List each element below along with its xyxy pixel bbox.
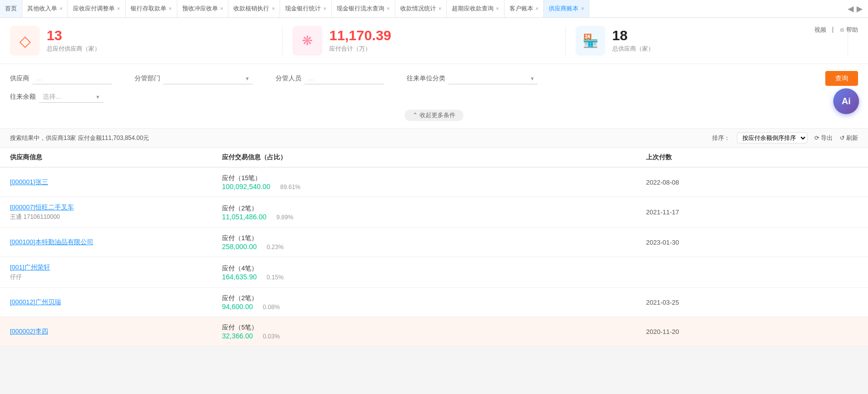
- nav-item-vendor-book[interactable]: 供应商账本×: [544, 0, 589, 17]
- stat-info-1: 13 总应付供应商（家）: [47, 29, 100, 53]
- supplier-info-4: [000012]广州贝瑞: [10, 298, 222, 307]
- category-select[interactable]: [448, 72, 538, 84]
- filter-row-1: 供应商 分管部门 ▼ 分管人员 往来单位分类 ▼ 查询: [10, 71, 858, 86]
- supplier-label: 供应商: [10, 74, 29, 83]
- nav-close-overdue-ar[interactable]: ×: [496, 6, 499, 11]
- nav-close-customer-book[interactable]: ×: [536, 6, 539, 11]
- refresh-button[interactable]: ↺ 刷新: [840, 134, 858, 142]
- refresh-icon: ↺: [840, 134, 845, 141]
- nav-item-bank-deposit[interactable]: 银行存取款单×: [126, 0, 177, 17]
- stat-card-1: ◇ 13 总应付供应商（家）: [10, 26, 283, 56]
- tx-label: 应付（5笔）: [222, 323, 646, 332]
- supplier-name-link[interactable]: [000007]恒旺二手叉车: [10, 203, 222, 212]
- table-row: [000007]恒旺二手叉车王通 17106110000应付（2笔）11,051…: [0, 197, 868, 228]
- nav-close-cash-bank-stat[interactable]: ×: [323, 6, 326, 11]
- supplier-info-3: [001]广州荣轩仔仔: [10, 263, 222, 281]
- nav-close-receipt-writeoff[interactable]: ×: [272, 6, 275, 11]
- supplier-name-link[interactable]: [001]广州荣轩: [10, 263, 222, 272]
- filter-section: 供应商 分管部门 ▼ 分管人员 往来单位分类 ▼ 查询: [0, 64, 868, 129]
- nav-item-receipt-stat[interactable]: 收款情况统计×: [395, 0, 447, 17]
- nav-item-overdue-ar[interactable]: 超期应收款查询×: [447, 0, 505, 17]
- nav-close-prepay-ar[interactable]: ×: [220, 6, 223, 11]
- nav-item-prepay-ar[interactable]: 预收冲应收单×: [177, 0, 229, 17]
- query-button[interactable]: 查询: [825, 71, 858, 86]
- filter-dept: 分管部门 ▼: [135, 72, 253, 84]
- tx-label: 应付（1笔）: [222, 234, 646, 243]
- tx-info-0: 应付（15笔）100,092,540.0089.61%: [222, 174, 646, 191]
- table-row: [000012]广州贝瑞应付（2笔）94,600.000.08%2021-03-…: [0, 288, 868, 317]
- stat-icon-payable: ❋: [292, 26, 322, 56]
- ai-assistant-button[interactable]: Ai: [833, 88, 859, 114]
- nav-close-cash-bank-flow[interactable]: ×: [387, 6, 390, 11]
- dept-select-wrap: ▼: [163, 72, 253, 84]
- stat-info-2: 11,170.39 应付合计（万）: [329, 29, 391, 53]
- supplier-info-1: [000007]恒旺二手叉车王通 17106110000: [10, 203, 222, 221]
- help-link[interactable]: ⊙ 帮助: [840, 26, 858, 34]
- tx-label: 应付（2笔）: [222, 294, 646, 303]
- tx-info-5: 应付（5笔）32,366.000.03%: [222, 323, 646, 340]
- nav-item-cash-bank-flow[interactable]: 现金银行流水查询×: [332, 0, 395, 17]
- export-label: 导出: [821, 134, 833, 142]
- last-pay-date: 2020-11-20: [646, 328, 858, 335]
- category-select-wrap: ▼: [448, 72, 538, 84]
- nav-close-bank-deposit[interactable]: ×: [169, 6, 172, 11]
- supplier-info-5: [000002]李四: [10, 327, 222, 336]
- nav-bar: 首页其他收入单×应收应付调整单×银行存取款单×预收冲应收单×收款核销执行×现金银…: [0, 0, 868, 18]
- nav-item-ar-ap-adjust[interactable]: 应收应付调整单×: [68, 0, 126, 17]
- table-body: [000001]张三应付（15笔）100,092,540.0089.61%202…: [0, 168, 868, 346]
- stat-value-1: 13: [47, 29, 100, 43]
- nav-item-other-income[interactable]: 其他收入单×: [22, 0, 68, 17]
- balance-select-wrap: 选择... ▼: [39, 91, 103, 103]
- supplier-input[interactable]: [32, 72, 112, 84]
- nav-close-vendor-book[interactable]: ×: [581, 6, 584, 11]
- stat-label-2: 应付合计（万）: [329, 45, 391, 53]
- result-summary: 搜索结果中，供应商13家 应付金额111,703,854.00元: [10, 134, 149, 142]
- table-row: [000002]李四应付（5笔）32,366.000.03%2020-11-20: [0, 317, 868, 346]
- collapse-button[interactable]: ⌃ 收起更多条件: [405, 110, 463, 121]
- tx-info-4: 应付（2笔）94,600.000.08%: [222, 294, 646, 311]
- tx-amount[interactable]: 164,635.90: [222, 273, 257, 281]
- sort-select[interactable]: 按应付余额倒序排序: [737, 132, 807, 143]
- nav-item-cash-bank-stat[interactable]: 现金银行统计×: [280, 0, 332, 17]
- stat-icon-store: 🏪: [576, 26, 605, 56]
- person-label: 分管人员: [276, 74, 301, 83]
- nav-close-other-income[interactable]: ×: [60, 6, 63, 11]
- nav-close-ar-ap-adjust[interactable]: ×: [117, 6, 120, 11]
- result-bar: 搜索结果中，供应商13家 应付金额111,703,854.00元 排序： 按应付…: [0, 129, 868, 148]
- table-row: [000001]张三应付（15笔）100,092,540.0089.61%202…: [0, 168, 868, 197]
- tx-percent: 0.08%: [263, 304, 280, 311]
- tx-amount[interactable]: 11,051,486.00: [222, 213, 267, 221]
- nav-arrow-left[interactable]: ◀: [846, 4, 855, 13]
- export-icon: ⟳: [814, 134, 819, 141]
- person-input[interactable]: [304, 72, 384, 84]
- supplier-name-link[interactable]: [000002]李四: [10, 327, 222, 336]
- nav-item-home[interactable]: 首页: [0, 0, 22, 17]
- stat-value-3: 18: [612, 29, 654, 43]
- nav-close-receipt-stat[interactable]: ×: [438, 6, 441, 11]
- stat-info-3: 18 总供应商（家）: [612, 29, 654, 53]
- supplier-name-link[interactable]: [000001]张三: [10, 178, 222, 187]
- last-pay-date: 2023-01-30: [646, 239, 858, 246]
- export-button[interactable]: ⟳ 导出: [814, 134, 833, 142]
- tx-amount[interactable]: 32,366.00: [222, 332, 253, 340]
- dept-select[interactable]: [163, 72, 253, 84]
- stat-label-1: 总应付供应商（家）: [47, 45, 100, 53]
- tx-amount[interactable]: 100,092,540.00: [222, 183, 270, 191]
- filter-balance: 往来余额 选择... ▼: [10, 91, 103, 103]
- supplier-name-link[interactable]: [000012]广州贝瑞: [10, 298, 222, 307]
- nav-item-customer-book[interactable]: 客户账本×: [505, 0, 544, 17]
- col-header-supplier: 供应商信息: [10, 153, 222, 162]
- stat-card-3: 🏪 18 总供应商（家）: [576, 26, 848, 56]
- category-label: 往来单位分类: [407, 74, 445, 83]
- nav-item-receipt-writeoff[interactable]: 收款核销执行×: [228, 0, 280, 17]
- stat-card-2: ❋ 11,170.39 应付合计（万）: [292, 26, 565, 56]
- supplier-name-link[interactable]: [000100]本特勤油品有限公司: [10, 238, 222, 247]
- tx-amount[interactable]: 94,600.00: [222, 303, 253, 311]
- tx-amount[interactable]: 258,000.00: [222, 243, 257, 251]
- tx-label: 应付（2笔）: [222, 204, 646, 213]
- stat-label-3: 总供应商（家）: [612, 45, 654, 53]
- dept-label: 分管部门: [135, 74, 160, 83]
- balance-select[interactable]: 选择...: [39, 91, 103, 103]
- nav-arrow-right[interactable]: ▶: [855, 4, 864, 13]
- help-video-link[interactable]: 视频: [814, 26, 826, 34]
